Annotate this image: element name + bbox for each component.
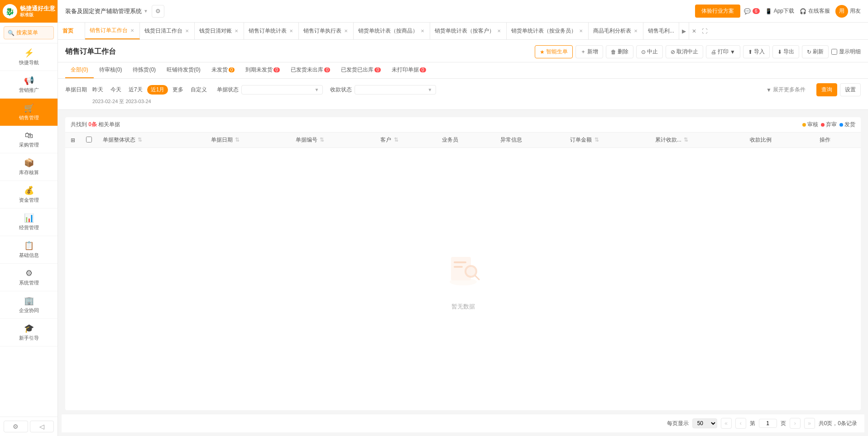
date-opt-today[interactable]: 今天 bbox=[108, 85, 124, 95]
tab-fullscreen-button[interactable]: ⛶ bbox=[699, 23, 710, 39]
smart-create-button[interactable]: ★ 智能生单 bbox=[535, 45, 573, 58]
sidebar-item-enterprise[interactable]: 🏢 企业协同 bbox=[0, 291, 58, 319]
date-opt-7days[interactable]: 近7天 bbox=[126, 85, 145, 95]
industry-solution-button[interactable]: 体验行业方案 bbox=[695, 5, 740, 18]
filter-settings-button[interactable]: 设置 bbox=[840, 83, 861, 96]
sidebar-item-operation[interactable]: 📊 经营管理 bbox=[0, 209, 58, 236]
tab-cash-reconcile[interactable]: 钱货日清对账 ✕ bbox=[195, 23, 244, 39]
sort-icon[interactable]: ⇅ bbox=[684, 137, 688, 143]
date-opt-custom[interactable]: 自定义 bbox=[188, 85, 210, 95]
sub-tab-not-printed[interactable]: 未打印单据0 bbox=[386, 62, 432, 78]
sidebar-item-marketing[interactable]: 📢 营销推广 bbox=[0, 71, 58, 99]
tab-close-icon[interactable]: ✕ bbox=[288, 28, 294, 34]
import-icon: ⬆ bbox=[748, 49, 753, 55]
tab-pin-button[interactable]: ✕ bbox=[689, 23, 699, 39]
sidebar-item-basic[interactable]: 📋 基础信息 bbox=[0, 236, 58, 264]
next-page-button[interactable]: › bbox=[790, 418, 801, 429]
review-button[interactable]: 审核 bbox=[802, 121, 818, 128]
collapse-button[interactable]: ◁ bbox=[30, 421, 54, 432]
print-button[interactable]: 🖨 打印 ▼ bbox=[706, 45, 740, 58]
sort-icon[interactable]: ⇅ bbox=[595, 137, 599, 143]
sub-tab-pending-review[interactable]: 待审核(0) bbox=[94, 62, 128, 78]
query-button[interactable]: 查询 bbox=[816, 83, 837, 96]
new-button[interactable]: ＋ 新增 bbox=[575, 45, 603, 58]
ship-button[interactable]: 发货 bbox=[839, 121, 855, 128]
not-printed-badge: 0 bbox=[420, 67, 426, 72]
empty-icon bbox=[443, 248, 484, 297]
payment-select[interactable]: ▼ bbox=[355, 85, 436, 95]
column-settings-icon[interactable]: ⊞ bbox=[71, 137, 75, 143]
tab-close-icon[interactable]: ✕ bbox=[578, 28, 584, 34]
search-menu-button[interactable]: 🔍 搜索菜单 bbox=[4, 26, 54, 39]
tab-close-icon[interactable]: ✕ bbox=[184, 28, 190, 34]
import-button[interactable]: ⬆ 导入 bbox=[743, 45, 770, 58]
sort-icon[interactable]: ⇅ bbox=[394, 137, 398, 143]
cancel-review-button[interactable]: 弃审 bbox=[821, 121, 837, 128]
sidebar-item-system[interactable]: ⚙ 系统管理 bbox=[0, 264, 58, 291]
date-opt-yesterday[interactable]: 昨天 bbox=[90, 85, 106, 95]
sub-tab-not-shipped[interactable]: 未发货0 bbox=[206, 62, 240, 78]
tab-sales-stats[interactable]: 销售订单统计表 ✕ bbox=[244, 23, 299, 39]
cancel-stop-button[interactable]: ⊘ 取消中止 bbox=[666, 45, 703, 58]
status-select[interactable]: ▼ bbox=[241, 85, 323, 95]
delete-button[interactable]: 🗑 删除 bbox=[606, 45, 633, 58]
tab-more-button[interactable]: ▶ bbox=[679, 23, 689, 39]
tab-sales-summary-customer[interactable]: 销货单统计表（按客户） ✕ bbox=[430, 23, 507, 39]
settings-button[interactable]: ⚙ bbox=[4, 421, 28, 432]
tab-sales-summary-staff[interactable]: 销货单统计表（按业务员） ✕ bbox=[507, 23, 589, 39]
sidebar-item-purchase[interactable]: 🛍 采购管理 bbox=[0, 126, 58, 153]
sort-icon[interactable]: ⇅ bbox=[320, 137, 324, 143]
stop-button[interactable]: ⊙ 中止 bbox=[636, 45, 663, 58]
sub-tab-shipped-out[interactable]: 已发货已出库0 bbox=[336, 62, 386, 78]
sort-icon[interactable]: ⇅ bbox=[235, 137, 240, 143]
sub-tab-pending-pickup[interactable]: 待拣货(0) bbox=[127, 62, 161, 78]
expand-filter-button[interactable]: ▼ 展开更多条件 bbox=[766, 86, 806, 94]
refresh-button[interactable]: ↻ 刷新 bbox=[802, 45, 829, 58]
app-download-button[interactable]: 📱 App下载 bbox=[765, 7, 794, 15]
tab-home[interactable]: 首页 bbox=[58, 23, 85, 39]
sidebar-item-inventory[interactable]: 📦 库存核算 bbox=[0, 153, 58, 181]
user-menu-button[interactable]: 用 用友 bbox=[835, 5, 861, 18]
date-opt-1month[interactable]: 近1月 bbox=[147, 85, 168, 95]
per-page-select[interactable]: 50 10 20 100 bbox=[692, 418, 717, 428]
tab-sales-more-label: 销售毛利... bbox=[648, 27, 674, 35]
sidebar-item-quick-nav[interactable]: ⚡ 快捷导航 bbox=[0, 43, 58, 71]
tab-sales-exec[interactable]: 销售订单执行表 ✕ bbox=[299, 23, 354, 39]
message-button[interactable]: 💬 6 bbox=[744, 8, 760, 14]
prev-page-button[interactable]: ‹ bbox=[735, 418, 746, 429]
tab-close-icon[interactable]: ✕ bbox=[496, 28, 502, 34]
sidebar-item-guide[interactable]: 🎓 新手引导 bbox=[0, 319, 58, 346]
first-page-button[interactable]: « bbox=[721, 418, 732, 429]
sub-tab-wangpu-pending[interactable]: 旺铺待发货(0) bbox=[161, 62, 206, 78]
tab-bar: 首页 销售订单工作台 ✕ 钱货日清工作台 ✕ 钱货日清对账 ✕ 销售订单统计表 … bbox=[58, 23, 868, 40]
date-opt-more[interactable]: 更多 bbox=[170, 85, 186, 95]
tab-close-icon[interactable]: ✕ bbox=[633, 28, 638, 34]
page-input[interactable] bbox=[759, 419, 777, 428]
tab-close-icon[interactable]: ✕ bbox=[129, 28, 135, 33]
sidebar-item-finance[interactable]: 💰 资金管理 bbox=[0, 181, 58, 209]
table-scroll-area[interactable]: ⊞ 单据整体状态 ⇅ 单据日期 bbox=[65, 133, 861, 148]
tab-close-icon[interactable]: ✕ bbox=[234, 28, 239, 34]
sub-tab-all[interactable]: 全部(0) bbox=[65, 62, 94, 78]
export-button[interactable]: ⬇ 导出 bbox=[772, 45, 799, 58]
settings-gear-button[interactable]: ⚙ bbox=[152, 5, 164, 18]
online-service-button[interactable]: 🎧 在线客服 bbox=[800, 7, 830, 15]
sort-icon[interactable]: ⇅ bbox=[138, 137, 142, 143]
tab-close-icon[interactable]: ✕ bbox=[420, 28, 425, 34]
system-title-dropdown[interactable]: 装备及固定资产辅助管理系统 ▼ bbox=[65, 7, 148, 15]
tab-sales-summary-product[interactable]: 销货单统计表（按商品） ✕ bbox=[354, 23, 430, 39]
show-detail-checkbox[interactable] bbox=[831, 49, 837, 55]
sidebar-item-sales[interactable]: 🛒 销售管理 bbox=[0, 99, 58, 126]
tab-close-icon[interactable]: ✕ bbox=[343, 28, 349, 34]
show-detail-toggle[interactable]: 显示明细 bbox=[831, 48, 861, 56]
data-table: ⊞ 单据整体状态 ⇅ 单据日期 bbox=[65, 133, 861, 148]
sub-tab-shipped-not-out[interactable]: 已发货未出库0 bbox=[285, 62, 336, 78]
tab-product-margin[interactable]: 商品毛利分析表 ✕ bbox=[589, 23, 643, 39]
last-page-button[interactable]: » bbox=[804, 418, 815, 429]
tab-sales-more[interactable]: 销售毛利... bbox=[643, 23, 679, 39]
user-name: 用友 bbox=[850, 7, 861, 15]
tab-cash-daily[interactable]: 钱货日清工作台 ✕ bbox=[140, 23, 195, 39]
sub-tab-overdue-not-shipped[interactable]: 到期未发货0 bbox=[240, 62, 285, 78]
tab-sales-workbench[interactable]: 销售订单工作台 ✕ bbox=[85, 23, 140, 39]
select-all-checkbox[interactable] bbox=[86, 137, 92, 142]
